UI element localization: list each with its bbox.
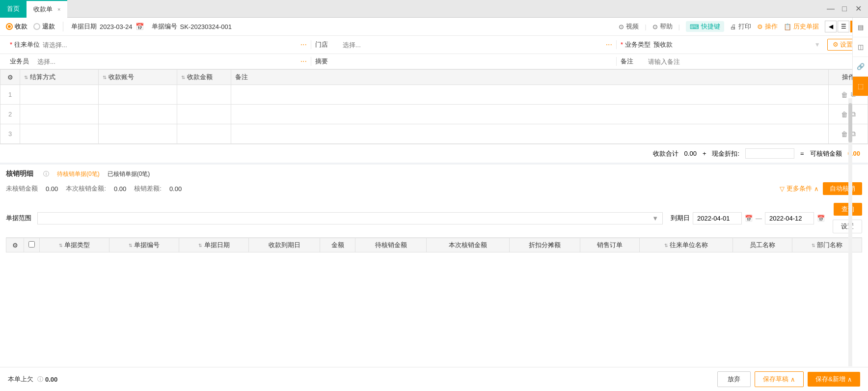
abandon-btn[interactable]: 放弃 (717, 371, 751, 387)
bth-doc-date: ⇅ 单据日期 (179, 238, 249, 252)
cell-amount-3[interactable] (177, 124, 231, 144)
btn-help[interactable]: ⊙ 帮助 (652, 22, 673, 31)
scrollbar[interactable] (848, 98, 852, 366)
store-more-icon[interactable]: ··· (606, 40, 612, 49)
radio-receive-dot (6, 23, 13, 30)
cell-amount-1[interactable] (177, 85, 231, 105)
btn-video[interactable]: ⊙ 视频 (619, 22, 639, 31)
sidebar-icon-4[interactable]: ⬚ (853, 77, 868, 96)
history-icon: 📋 (784, 23, 791, 30)
scrollbar-thumb[interactable] (848, 103, 852, 142)
cell-settlement-1[interactable] (20, 85, 99, 105)
btn-print[interactable]: 🖨 打印 (730, 22, 751, 31)
calendar-to-icon[interactable]: 📅 (817, 215, 825, 222)
radio-receive-label: 收款 (15, 22, 27, 31)
view-prev-btn[interactable]: ◀ (825, 21, 837, 32)
gear-icon: ⚙ (7, 74, 13, 81)
salesman-field: 业务员 ··· (6, 57, 311, 66)
cell-remark-3[interactable] (231, 124, 829, 144)
tab-close-icon[interactable]: × (57, 0, 60, 18)
filter-setting-btn[interactable]: 设置 (833, 220, 862, 233)
due-date-label: 到期日 (671, 214, 690, 223)
close-btn[interactable]: ✕ (853, 4, 863, 13)
radio-refund[interactable]: 退款 (33, 22, 55, 31)
table-row: 1 🗑 ⧉ (0, 85, 868, 105)
delete-icon-3[interactable]: 🗑 (841, 130, 848, 138)
remark-field: 备注 (617, 57, 862, 66)
verify-tab-pending[interactable]: 待核销单据(0笔) (57, 170, 100, 178)
chevron-up-icon: ∧ (814, 185, 819, 193)
cell-amount-2[interactable] (177, 105, 231, 124)
btn-history[interactable]: 📋 历史单据 (784, 22, 819, 31)
btn-shortcut[interactable]: ⌨ 快捷键 (686, 21, 724, 32)
doc-date-calendar-icon[interactable]: 📅 (136, 23, 144, 30)
bth-gear[interactable]: ⚙ (6, 238, 24, 252)
tab-current[interactable]: 收款单 × (27, 0, 67, 18)
biz-type-value[interactable]: 预收款 (653, 40, 812, 49)
toolbar-right: ⊙ 视频 | ⊙ 帮助 | ⌨ 快捷键 🖨 打印 ⚙ (619, 21, 862, 32)
cell-remark-1[interactable] (231, 85, 829, 105)
form-row2: 业务员 ··· 摘要 备注 (0, 54, 868, 69)
tab-home[interactable]: 首页 (0, 0, 27, 18)
counterpart-more-icon[interactable]: ··· (300, 40, 307, 49)
cell-settlement-3[interactable] (20, 124, 99, 144)
counterpart-input[interactable] (43, 41, 296, 49)
this-order-info-icon[interactable]: ⓘ (37, 375, 43, 384)
salesman-input[interactable] (37, 58, 296, 65)
store-input[interactable] (343, 41, 601, 49)
biz-type-dropdown-icon[interactable]: ▼ (814, 41, 820, 48)
cell-remark-2[interactable] (231, 105, 829, 124)
save-draft-btn[interactable]: 保存草稿 ∧ (755, 371, 804, 387)
bth-partner: ⇅ 往来单位名称 (639, 238, 732, 252)
view-list-btn[interactable]: ☰ (838, 21, 849, 32)
row-num-2: 2 (0, 105, 20, 124)
radio-refund-dot (33, 23, 40, 30)
due-date-from-input[interactable] (693, 212, 742, 224)
bth-doc-no: ⇅ 单据编号 (109, 238, 179, 252)
summary-input[interactable] (343, 58, 612, 65)
doc-no-field: 单据编号 SK-20230324-001 (152, 22, 232, 31)
store-field: 门店 ··· (311, 40, 617, 49)
range-select[interactable]: ▼ (37, 212, 663, 224)
cell-account-3[interactable] (99, 124, 177, 144)
right-sidebar: ▤ ◫ 🔗 ⬚ (852, 18, 868, 96)
verify-info-icon[interactable]: ⓘ (43, 170, 49, 178)
current-verify-value: 0.00 (114, 185, 126, 193)
cell-account-1[interactable] (99, 85, 177, 105)
radio-receive[interactable]: 收款 (6, 22, 27, 31)
delete-icon-2[interactable]: 🗑 (841, 111, 848, 118)
doc-no-value[interactable]: SK-20230324-001 (180, 23, 232, 30)
btn-print-label: 打印 (738, 22, 751, 31)
range-dropdown-icon: ▼ (652, 215, 658, 222)
save-new-arrow: ∧ (847, 376, 852, 383)
calendar-from-icon[interactable]: 📅 (745, 215, 753, 222)
maximize-btn[interactable]: □ (840, 4, 849, 13)
salesman-more-icon[interactable]: ··· (300, 57, 307, 66)
select-all-checkbox[interactable] (28, 241, 35, 248)
delete-icon-1[interactable]: 🗑 (841, 91, 848, 99)
discount-input[interactable] (745, 148, 794, 159)
sidebar-icon-1[interactable]: ▤ (853, 18, 868, 37)
verify-tab-done[interactable]: 已核销单据(0笔) (108, 170, 150, 178)
remark-input[interactable] (648, 58, 858, 65)
save-draft-arrow: ∧ (790, 376, 795, 383)
tab-home-label: 首页 (7, 0, 20, 18)
sidebar-icon-2[interactable]: ◫ (853, 37, 868, 57)
more-conditions-btn[interactable]: ▽ 更多条件 ∧ (780, 184, 819, 193)
sidebar-icon-3[interactable]: 🔗 (853, 57, 868, 77)
due-date-to-input[interactable] (765, 212, 814, 224)
minimize-btn[interactable]: — (826, 4, 836, 13)
help-icon: ⊙ (652, 23, 658, 30)
link-icon: 🔗 (857, 63, 865, 70)
cell-account-2[interactable] (99, 105, 177, 124)
query-btn[interactable]: 查询 (834, 203, 862, 216)
save-new-btn[interactable]: 保存&新增 ∧ (808, 372, 860, 387)
doc-date-value[interactable]: 2023-03-24 (100, 23, 133, 30)
th-gear[interactable]: ⚙ (0, 70, 20, 85)
verify-stats: 未核销金额 0.00 本次核销金额: 0.00 核销差额: 0.00 ▽ 更多条… (6, 182, 862, 195)
divider1 (63, 22, 63, 31)
cell-settlement-2[interactable] (20, 105, 99, 124)
bth-check[interactable] (24, 238, 40, 252)
auto-verify-btn[interactable]: 自动核销 (823, 182, 862, 195)
btn-operate[interactable]: ⚙ 操作 (757, 22, 778, 31)
